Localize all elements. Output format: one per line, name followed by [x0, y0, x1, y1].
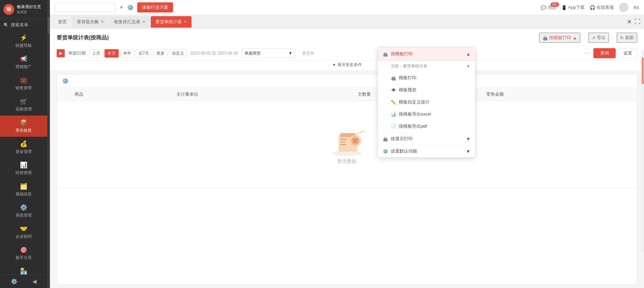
tab-close-icon[interactable]: ✕ — [142, 20, 145, 24]
finance-icon: 💰 — [20, 140, 27, 148]
sidebar-item-operations[interactable]: 📊 经营管理 — [0, 158, 47, 179]
online-service-btn[interactable]: 🎧 在线客服 — [590, 4, 614, 10]
guide-icon: 🎯 — [20, 246, 27, 254]
sidebar-item-label: 采购管理 — [16, 106, 32, 112]
tab-receipt-summary[interactable]: 收发存汇总表 ✕ — [109, 16, 150, 28]
table-header-row: 商品 主计量单位 主数量 零售金额 — [57, 88, 637, 101]
sidebar-item-system[interactable]: ⚙️ 系统管理 — [0, 200, 47, 222]
svg-rect-8 — [340, 141, 345, 142]
export-excel-icon: 📊 — [391, 112, 396, 117]
refresh-btn[interactable]: ↻ 刷新 — [617, 33, 637, 43]
sidebar-item-marketing[interactable]: 📢 营销推广 — [0, 52, 47, 73]
dropdown-title: 🖨️ 按模板打印 — [383, 51, 413, 57]
sidebar-item-inventory[interactable]: 📦 库存核算 — [0, 116, 47, 137]
inventory-icon: 📦 — [20, 119, 27, 126]
dropdown-item-export-pdf[interactable]: 📄 按模板导出pdf — [378, 120, 475, 132]
dropdown-item-template-preview[interactable]: 👁️ 模板预览 — [378, 84, 475, 96]
sidebar-item-sales[interactable]: 💼 销售管理 — [0, 73, 47, 94]
sidebar-item-quick-nav[interactable]: ⚡ 快捷导航 — [0, 31, 47, 52]
sidebar-item-guide[interactable]: 🎯 新手引导 — [0, 243, 47, 264]
header-dropdown-btn[interactable]: ▼ — [119, 5, 124, 10]
trial-btn[interactable]: 体验行业方案 — [137, 2, 173, 12]
sidebar-item-label: 快捷导航 — [16, 43, 32, 49]
top-header: ▼ ⚙️ 体验行业方案 💬 消息 99+ 📱 App下载 🎧 在线客服 Rit — [50, 0, 644, 15]
col-product: 商品 — [70, 88, 172, 101]
headset-icon: 🎧 — [590, 5, 595, 10]
date-btn-7days[interactable]: 近7天 — [136, 49, 152, 58]
sidebar-item-label: 新手引导 — [16, 255, 32, 261]
more-options-btn[interactable]: ··· — [584, 50, 591, 56]
svg-rect-9 — [340, 144, 346, 145]
main-content: ▼ ⚙️ 体验行业方案 💬 消息 99+ 📱 App下载 🎧 在线客服 Rit … — [50, 0, 644, 288]
sidebar-item-purchase[interactable]: 🛒 采购管理 — [0, 94, 47, 116]
app-badge: 标准版 — [17, 10, 41, 14]
dropdown-item-template-print[interactable]: 🖨️ 模板打印 — [378, 72, 475, 84]
page-header: 要货单统计表(按商品) 🖨️ 按模板打印 ▲ | ↗ 导出 | ↻ 刷新 — [50, 29, 644, 45]
appstore-icon: 🏪 — [20, 267, 27, 275]
empty-state: 暂无数据 — [61, 104, 633, 185]
collapse-btn[interactable]: ◀ — [32, 278, 36, 285]
export-pdf-icon: 📄 — [391, 124, 396, 129]
sidebar: 畅 畅康通好生意 标准版 🔍 搜索菜单 ⚡ 快捷导航 📢 营销推广 💼 销售管理… — [0, 0, 47, 288]
expand-more-row: ▼ 展开更多条件 — [57, 60, 637, 68]
sidebar-item-label: 销售管理 — [16, 85, 32, 91]
data-table: 商品 主计量单位 主数量 零售金额 — [57, 88, 637, 188]
dropdown-item-set-default[interactable]: ⚙️ 设置默认功能 ▼ — [378, 145, 475, 157]
tab-home[interactable]: 首页 — [53, 16, 71, 28]
query-btn[interactable]: 查询 — [593, 48, 616, 58]
sidebar-item-finance[interactable]: 💰 资金管理 — [0, 137, 47, 158]
search-input[interactable] — [55, 3, 116, 12]
display-print-chevron-icon: ▼ — [466, 136, 470, 141]
settings-footer-btn[interactable]: ⚙️ — [11, 278, 18, 285]
tab-label: 首页 — [58, 19, 67, 25]
bell-icon: 💬 — [541, 5, 546, 10]
sidebar-item-cooperation[interactable]: 🤝 企业协同 — [0, 222, 47, 243]
gear-icon[interactable]: ⚙️ — [127, 4, 134, 11]
basic-icon: 🗂️ — [20, 183, 27, 190]
date-btn-last-month[interactable]: 上月 — [89, 49, 103, 58]
date-btn-more[interactable]: 更多 — [153, 49, 168, 58]
marketing-icon: 📢 — [20, 55, 27, 63]
tab-inventory-batch[interactable]: 库存批次账 ✕ — [72, 16, 109, 28]
dropdown-close-chevron[interactable]: ▲ — [466, 52, 470, 57]
date-btn-this-month[interactable]: 本月 — [105, 49, 119, 58]
filter-expand-btn[interactable]: ▶ — [57, 49, 65, 57]
table-gear-icon[interactable]: ⚙️ — [62, 78, 69, 84]
sidebar-item-label: 库存核算 — [16, 128, 32, 133]
dropdown-header: 🖨️ 按模板打印 ▲ — [378, 47, 475, 61]
sidebar-item-basic[interactable]: 🗂️ 基础信息 — [0, 179, 47, 200]
table-container: ⚙️ 商品 主计量单位 主数量 零售金额 — [57, 74, 637, 285]
type-filter-select[interactable]: 单据类型 ▼ — [241, 49, 295, 58]
tab-close-icon[interactable]: ✕ — [184, 20, 187, 24]
user-avatar[interactable] — [619, 3, 628, 12]
close-window-btn[interactable]: ✕ — [627, 18, 632, 26]
dropdown-item-display-print[interactable]: 🖨️ 按显示打印 ▼ — [378, 132, 475, 145]
right-scroll-thumb[interactable] — [642, 57, 644, 84]
dropdown-item-export-excel[interactable]: 📊 按模板导出excel — [378, 108, 475, 120]
sidebar-scroll-thumb — [48, 17, 50, 34]
tab-close-icon[interactable]: ✕ — [101, 20, 104, 24]
tab-order-stats[interactable]: 要货单统计表 ✕ — [151, 16, 192, 28]
expand-more-btn[interactable]: ▼ 展开更多条件 — [332, 62, 362, 68]
filter-settings-btn[interactable]: 设置 — [618, 48, 637, 58]
date-btn-this-year[interactable]: 本年 — [120, 49, 134, 58]
search-menu[interactable]: 🔍 搜索菜单 — [0, 19, 47, 31]
sidebar-item-label: 营销推广 — [16, 64, 32, 70]
sidebar-item-appstore[interactable]: 🏪 应用中心 — [0, 264, 47, 275]
sidebar-item-label: 系统管理 — [16, 213, 32, 218]
system-icon: ⚙️ — [20, 204, 27, 211]
dropdown-item-template-design[interactable]: ✏️ 模板自定义设计 — [378, 96, 475, 108]
export-btn[interactable]: ↗ 导出 — [588, 33, 609, 43]
sidebar-item-label: 基础信息 — [16, 191, 32, 197]
notifications-btn[interactable]: 💬 消息 99+ — [541, 4, 556, 10]
date-btn-custom[interactable]: 自定义 — [169, 49, 187, 58]
app-download-btn[interactable]: 📱 App下载 — [561, 4, 585, 10]
sidebar-footer: ⚙️ ◀ — [0, 275, 47, 288]
chevron-up-icon: ▲ — [573, 35, 577, 40]
print-template-btn[interactable]: 🖨️ 按模板打印 ▲ — [539, 33, 580, 43]
download-icon: 📱 — [561, 5, 567, 10]
maximize-btn[interactable]: ⛶ — [635, 18, 641, 25]
date-filter-label: 单据日期 — [68, 50, 86, 56]
printer-header-icon: 🖨️ — [383, 52, 388, 57]
header-right: 💬 消息 99+ 📱 App下载 🎧 在线客服 Rit — [541, 3, 639, 12]
